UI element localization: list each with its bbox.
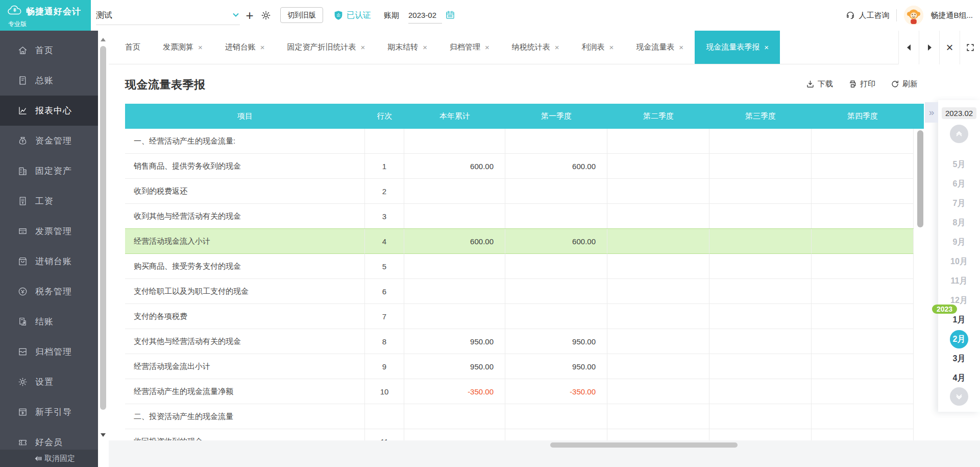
table-row[interactable]: 销售商品、提供劳务收到的现金 1 600.00 600.00: [125, 154, 924, 179]
sidebar-item-home[interactable]: 首页: [0, 35, 98, 65]
table-row[interactable]: 支付其他与经营活动有关的现金 8 950.00 950.00: [125, 329, 924, 354]
cell-q1: [505, 404, 607, 429]
page-toolbar: 现金流量表季报 下载 打印 刷新: [109, 65, 980, 104]
tab-close-icon[interactable]: ×: [260, 43, 265, 52]
download-button[interactable]: 下载: [806, 79, 833, 89]
tab-close-icon[interactable]: ×: [361, 43, 365, 52]
month-11月[interactable]: 11月: [938, 271, 980, 291]
company-selector[interactable]: 测试: [96, 7, 240, 25]
sidebar-item-purchase[interactable]: 进销台账: [0, 246, 98, 276]
sidebar-item-ledger[interactable]: 总账: [0, 65, 98, 96]
sidebar-item-salary[interactable]: 工资: [0, 186, 98, 216]
scroll-up-arrow-icon[interactable]: [101, 38, 106, 41]
sidebar-item-invoice[interactable]: 发票管理: [0, 216, 98, 246]
cell-q3: [709, 129, 812, 154]
sidebar-item-report[interactable]: 报表中心: [0, 96, 98, 126]
sidebar-item-fund[interactable]: 资金管理: [0, 126, 98, 156]
refresh-button[interactable]: 刷新: [891, 79, 918, 89]
print-button[interactable]: 打印: [848, 79, 875, 89]
tab[interactable]: 归档管理 ×: [438, 31, 501, 64]
table-row[interactable]: 一、经营活动产生的现金流量:: [125, 129, 924, 154]
switch-to-old-version-button[interactable]: 切到旧版: [280, 7, 323, 23]
table-horizontal-scrollbar-thumb[interactable]: [550, 442, 738, 448]
tab-close-icon[interactable]: ×: [679, 43, 683, 52]
column-header: 本年累计: [404, 104, 505, 129]
closing-icon: [17, 316, 28, 327]
shield-icon: 企: [333, 10, 344, 21]
month-10月[interactable]: 10月: [938, 252, 980, 271]
tab-close-icon[interactable]: ×: [764, 43, 769, 52]
sidebar-item-asset[interactable]: 固定资产: [0, 156, 98, 186]
tab[interactable]: 期末结转 ×: [376, 31, 438, 64]
close-all-tabs-button[interactable]: ×: [939, 31, 960, 64]
table-row[interactable]: 收到的税费返还 2: [125, 179, 924, 204]
table-row[interactable]: 支付的各项税费 7: [125, 304, 924, 329]
cell-q1: [505, 254, 607, 279]
tabs-scroll-right-button[interactable]: [919, 31, 939, 64]
tab[interactable]: 现金流量表季报 ×: [695, 31, 780, 64]
month-5月[interactable]: 5月: [938, 155, 980, 174]
tab[interactable]: 固定资产折旧统计表 ×: [276, 31, 377, 64]
sidebar-item-closing[interactable]: 结账: [0, 307, 98, 337]
table-row[interactable]: 购买商品、接受劳务支付的现金 5: [125, 254, 924, 279]
month-7月[interactable]: 7月: [938, 194, 980, 213]
month-8月[interactable]: 8月: [938, 213, 980, 232]
month-2月[interactable]: 2月: [938, 330, 980, 349]
unpin-sidebar-button[interactable]: 取消固定: [0, 450, 98, 467]
tab[interactable]: 首页: [114, 31, 152, 64]
month-3月[interactable]: 3月: [938, 349, 980, 368]
tabs-scroll-left-button[interactable]: [898, 31, 919, 64]
tab-close-icon[interactable]: ×: [555, 43, 559, 52]
support-button[interactable]: 人工咨询: [845, 10, 889, 21]
settings-icon: [17, 377, 28, 387]
sidebar-item-archive[interactable]: 归档管理: [0, 337, 98, 367]
tab-close-icon[interactable]: ×: [423, 43, 427, 52]
download-icon: [806, 80, 815, 88]
scroll-down-arrow-icon[interactable]: [101, 433, 106, 437]
table-vertical-scrollbar-thumb[interactable]: [917, 130, 923, 227]
table-row[interactable]: 经营活动现金流出小计 9 950.00 950.00: [125, 354, 924, 379]
month-6月[interactable]: 6月: [938, 174, 980, 194]
sidebar-item-tax[interactable]: 税务管理: [0, 276, 98, 307]
sidebar-item-guide[interactable]: 新手引导: [0, 397, 98, 427]
fullscreen-icon[interactable]: [960, 31, 980, 64]
tab-close-icon[interactable]: ×: [198, 43, 203, 52]
tab-close-icon[interactable]: ×: [609, 43, 614, 52]
ledger-icon: [17, 75, 28, 86]
cell-q3: [709, 254, 812, 279]
table-row[interactable]: 二、投资活动产生的现金流量: [125, 404, 924, 429]
cell-q1: 600.00: [505, 154, 607, 179]
sidebar-scrollbar-thumb[interactable]: [100, 46, 106, 410]
tab[interactable]: 纳税统计表 ×: [501, 31, 571, 64]
months-scroll-up-button[interactable]: [950, 125, 968, 143]
tab[interactable]: 利润表 ×: [571, 31, 625, 64]
certified-badge[interactable]: 企 已认证: [333, 0, 371, 31]
cell-gutter: [914, 279, 924, 304]
user-name[interactable]: 畅捷通B组...: [930, 11, 973, 20]
table-row[interactable]: 经营活动现金流入小计 4 600.00 600.00: [125, 229, 924, 254]
table-row[interactable]: 经营活动产生的现金流量净额 10 -350.00 -350.00: [125, 379, 924, 404]
purchase-icon: [17, 256, 28, 267]
app-logo[interactable]: 畅捷通好会计 专业版: [0, 0, 91, 31]
gear-icon[interactable]: [260, 10, 273, 22]
calendar-icon[interactable]: [445, 10, 456, 21]
cell-q4: [812, 379, 914, 404]
tab[interactable]: 现金流量表 ×: [625, 31, 695, 64]
sidebar-item-settings[interactable]: 设置: [0, 367, 98, 397]
tab-close-icon[interactable]: ×: [485, 43, 489, 52]
avatar[interactable]: [904, 6, 923, 25]
tab[interactable]: 发票测算 ×: [152, 31, 214, 64]
months-scroll-down-button[interactable]: [950, 387, 968, 406]
tab[interactable]: 进销台账 ×: [214, 31, 276, 64]
table-row[interactable]: 收到其他与经营活动有关的现金 3: [125, 204, 924, 229]
expand-month-panel-button[interactable]: »: [925, 102, 938, 123]
cell-q2: [607, 304, 709, 329]
month-9月[interactable]: 9月: [938, 232, 980, 252]
table-row[interactable]: 支付给职工以及为职工支付的现金 6: [125, 279, 924, 304]
cell-line-no: [365, 404, 404, 429]
table-row[interactable]: 收回投资收到的现金 11: [125, 429, 924, 440]
cell-q1: 600.00: [505, 229, 607, 254]
period-value[interactable]: 2023-02: [408, 7, 442, 24]
new-account-button[interactable]: +: [242, 7, 257, 24]
month-4月[interactable]: 4月: [938, 368, 980, 388]
